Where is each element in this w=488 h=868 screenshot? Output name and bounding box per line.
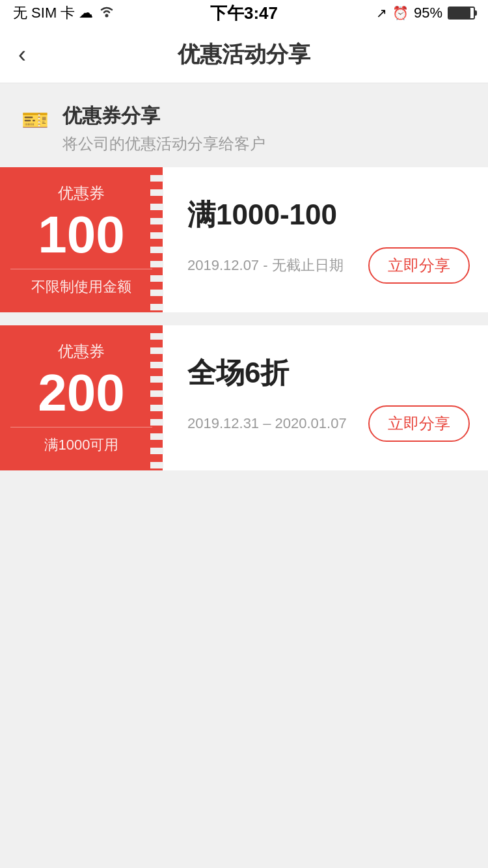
- empty-area: [0, 496, 488, 868]
- wifi-icon: [98, 5, 115, 21]
- section-subtitle: 将公司的优惠活动分享给客户: [62, 133, 265, 154]
- coupon-right-0: 满1000-100 2019.12.07 - 无截止日期 立即分享: [163, 167, 488, 312]
- coupon-bottom-row-0: 2019.12.07 - 无截止日期 立即分享: [187, 247, 470, 284]
- share-button-1[interactable]: 立即分享: [368, 405, 470, 442]
- coupon-condition-0: 不限制使用金额: [10, 269, 152, 297]
- coupon-name-0: 满1000-100: [187, 196, 470, 234]
- status-left: 无 SIM 卡 ☁: [13, 3, 115, 23]
- battery-icon: [448, 7, 475, 20]
- sim-label: 无 SIM 卡 ☁: [13, 3, 93, 23]
- coupon-right-1: 全场6折 2019.12.31 – 2020.01.07 立即分享: [163, 325, 488, 470]
- svg-point-0: [105, 14, 109, 18]
- coupon-left-0: 优惠券 100 不限制使用金额: [0, 167, 163, 312]
- coupon-name-1: 全场6折: [187, 354, 470, 392]
- coupon-tag-0: 优惠券: [58, 183, 105, 204]
- coupon-date-0: 2019.12.07 - 无截止日期: [187, 256, 344, 275]
- coupon-amount-1: 200: [38, 367, 124, 419]
- coupon-condition-1: 满1000可用: [10, 427, 152, 455]
- share-button-0[interactable]: 立即分享: [368, 247, 470, 284]
- status-time: 下午3:47: [210, 2, 278, 25]
- section-icon: 🎫: [18, 103, 52, 137]
- coupon-card: 优惠券 200 满1000可用 全场6折 2019.12.31 – 2020.0…: [0, 325, 488, 470]
- back-button[interactable]: ‹: [18, 43, 26, 66]
- alarm-icon: ⏰: [392, 5, 409, 21]
- page-title: 优惠活动分享: [178, 40, 310, 70]
- section-text-group: 优惠券分享 将公司的优惠活动分享给客户: [62, 103, 265, 154]
- coupon-date-1: 2019.12.31 – 2020.01.07: [187, 415, 347, 432]
- location-icon: ↗: [376, 5, 387, 21]
- nav-bar: ‹ 优惠活动分享: [0, 26, 488, 83]
- coupon-bottom-row-1: 2019.12.31 – 2020.01.07 立即分享: [187, 405, 470, 442]
- coupon-card: 优惠券 100 不限制使用金额 满1000-100 2019.12.07 - 无…: [0, 167, 488, 312]
- coupon-left-1: 优惠券 200 满1000可用: [0, 325, 163, 470]
- section-title: 优惠券分享: [62, 103, 265, 129]
- status-right: ↗ ⏰ 95%: [376, 5, 475, 21]
- coupon-amount-0: 100: [38, 209, 124, 261]
- coupon-tag-1: 优惠券: [58, 341, 105, 362]
- coupon-list: 优惠券 100 不限制使用金额 满1000-100 2019.12.07 - 无…: [0, 167, 488, 496]
- battery-percent: 95%: [414, 5, 442, 21]
- section-header: 🎫 优惠券分享 将公司的优惠活动分享给客户: [0, 83, 488, 167]
- status-bar: 无 SIM 卡 ☁ 下午3:47 ↗ ⏰ 95%: [0, 0, 488, 26]
